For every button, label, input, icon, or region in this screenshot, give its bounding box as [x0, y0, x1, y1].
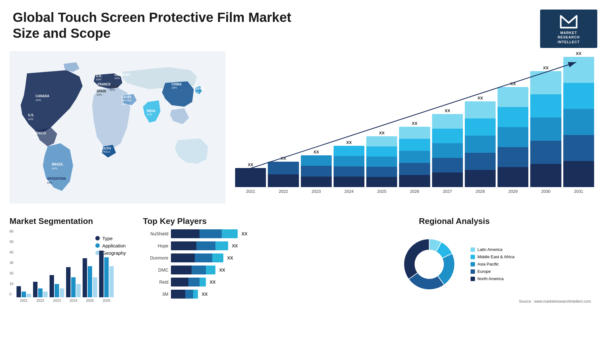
map-section: CANADA xx% U.S. xx% MEXICO xx% BRAZIL xx…	[10, 51, 226, 210]
svg-text:xx%: xx%	[28, 118, 33, 121]
bar-label-2024: 2024	[344, 189, 354, 194]
bar-label-2022: 2022	[279, 189, 288, 194]
saudi-label: SAUDI	[121, 95, 131, 99]
bar-label-2025: 2025	[377, 189, 386, 194]
bar-stack-2028	[465, 101, 496, 187]
bar-stack-2021	[235, 168, 266, 187]
bar-label-2030: 2030	[541, 189, 551, 194]
bar-xx-2025: XX	[379, 131, 384, 135]
svg-text:xx%: xx%	[47, 181, 52, 184]
players-list: NuShieldXXHopeXXDunmoreXXDMCXXReidXX3MXX	[143, 229, 302, 299]
svg-text:xx%: xx%	[98, 86, 103, 89]
logo: MARKET RESEARCH INTELLECT	[540, 10, 597, 48]
us-label: U.S.	[28, 113, 34, 117]
bar-group-2030: XX2030	[530, 65, 561, 194]
seg-group-2023: 2023	[50, 275, 64, 302]
seg-bars-area: 202120222023202420252026	[17, 229, 89, 302]
player-row-reid: ReidXX	[143, 278, 302, 286]
world-map-svg: CANADA xx% U.S. xx% MEXICO xx% BRAZIL xx…	[10, 51, 226, 204]
southafrica-label: SOUTH	[100, 147, 111, 150]
type-legend-dot	[95, 236, 100, 240]
segmentation-section: Market Segmentation 60 50 40 30 20 10 0 …	[10, 216, 137, 309]
bar-label-2027: 2027	[443, 189, 452, 194]
seg-chart: 60 50 40 30 20 10 0 20212022202320242025…	[10, 229, 89, 309]
bar-chart-container: XX2021XX2022XX2023XX2024XX2025XX2026XX20…	[232, 51, 594, 197]
svg-text:xx%: xx%	[33, 136, 39, 139]
bar-group-2025: XX2025	[366, 131, 397, 194]
bar-group-2026: XX2026	[399, 121, 430, 194]
spain-label: SPAIN	[97, 90, 106, 93]
argentina-label: ARGENTINA	[47, 177, 66, 180]
japan-label: JAPAN	[194, 87, 204, 91]
player-row-dunmore: DunmoreXX	[143, 253, 302, 262]
donut-legend-item: Asia Pacific	[471, 262, 514, 266]
main-bar-chart-section: XX2021XX2022XX2023XX2024XX2025XX2026XX20…	[226, 51, 600, 210]
svg-text:xx%: xx%	[36, 98, 41, 102]
regional-section: Regional Analysis Latin AmericaMiddle Ea…	[308, 216, 600, 309]
bar-group-2024: XX2024	[334, 140, 364, 194]
svg-text:xx%: xx%	[100, 154, 105, 157]
bar-xx-2030: XX	[543, 65, 548, 70]
donut-legend-item: Europe	[471, 269, 514, 274]
germany-label: GERMANY	[114, 73, 131, 77]
bar-label-2021: 2021	[246, 189, 255, 194]
bar-label-2023: 2023	[312, 189, 321, 194]
bar-group-2031: XX2031	[563, 51, 594, 194]
svg-text:xx%: xx%	[147, 113, 152, 116]
bar-group-2027: XX2027	[432, 108, 463, 194]
seg-group-2021: 2021	[17, 286, 31, 302]
logo-text: MARKET RESEARCH INTELLECT	[558, 30, 580, 44]
bar-stack-2025	[366, 136, 397, 187]
logo-icon	[559, 13, 578, 29]
app-legend-dot	[95, 243, 100, 248]
legend-application: Application	[95, 243, 126, 248]
bar-stack-2030	[530, 71, 561, 187]
svg-text:xx%: xx%	[121, 103, 127, 106]
legend-type: Type	[95, 236, 126, 241]
player-row-hope: HopeXX	[143, 241, 302, 250]
bar-xx-2031: XX	[576, 51, 581, 56]
bar-xx-2029: XX	[510, 81, 516, 86]
canada-label: CANADA	[36, 94, 49, 98]
bar-group-2023: XX2023	[301, 150, 332, 194]
seg-group-2024: 2024	[66, 267, 81, 302]
uk-label: U.K.	[96, 74, 102, 78]
top-content: CANADA xx% U.S. xx% MEXICO xx% BRAZIL xx…	[0, 51, 610, 210]
seg-group-2026: 2026	[99, 251, 114, 302]
svg-text:xx%: xx%	[114, 77, 120, 80]
svg-text:xx%: xx%	[97, 93, 102, 96]
bar-chart-bars: XX2021XX2022XX2023XX2024XX2025XX2026XX20…	[232, 51, 594, 203]
svg-text:AFRICA: AFRICA	[100, 150, 110, 153]
bar-label-2031: 2031	[574, 189, 583, 194]
italy-label: ITALY	[110, 85, 119, 88]
china-label: CHINA	[172, 83, 182, 86]
donut-legend-item: Middle East & Africa	[471, 254, 514, 259]
donut-legend-item: North America	[471, 276, 514, 281]
brazil-label: BRAZIL	[52, 163, 64, 166]
bar-stack-2024	[334, 146, 364, 187]
bar-xx-2026: XX	[412, 121, 417, 126]
bar-xx-2022: XX	[281, 156, 286, 161]
page-title: Global Touch Screen Protective Film Mark…	[13, 10, 299, 42]
seg-group-2025: 2025	[83, 258, 97, 302]
player-row-nushield: NuShieldXX	[143, 229, 302, 238]
seg-group-2022: 2022	[33, 282, 48, 302]
svg-text:ARABIA: ARABIA	[121, 99, 132, 102]
svg-marker-0	[561, 16, 577, 28]
svg-text:xx%: xx%	[194, 91, 199, 94]
bar-stack-2026	[399, 127, 430, 187]
bar-group-2028: XX2028	[465, 96, 496, 194]
type-legend-label: Type	[102, 236, 113, 241]
mexico-label: MEXICO	[33, 131, 46, 135]
bar-xx-2027: XX	[445, 108, 450, 113]
donut-segment	[404, 239, 429, 279]
player-row-dmc: DMCXX	[143, 266, 302, 274]
svg-text:xx%: xx%	[52, 167, 57, 170]
bar-xx-2023: XX	[313, 150, 319, 154]
svg-text:xx%: xx%	[96, 78, 101, 81]
players-title: Top Key Players	[143, 216, 302, 226]
svg-text:xx%: xx%	[172, 86, 177, 89]
bar-stack-2029	[498, 87, 528, 187]
donut-chart-svg	[394, 229, 464, 299]
bar-stack-2031	[563, 57, 594, 187]
